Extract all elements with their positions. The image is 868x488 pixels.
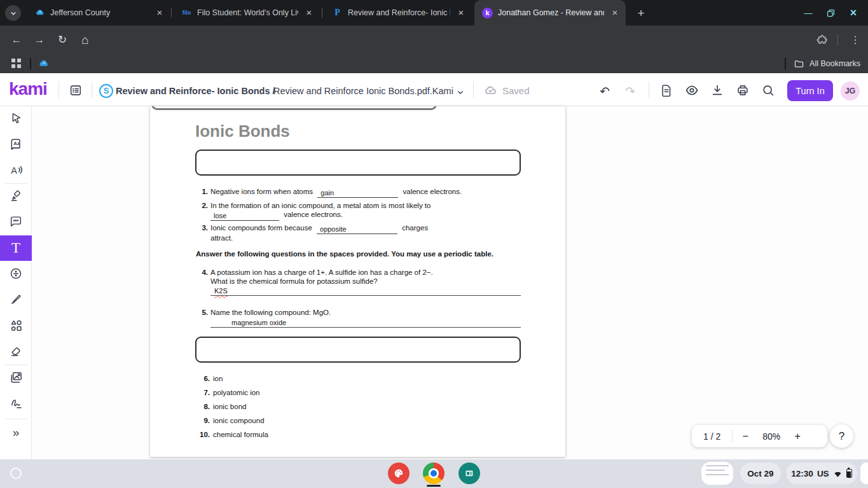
tab-filo-student[interactable]: filo Filo Student: World's Only Live I × — [174, 0, 320, 25]
toolbar-separator — [59, 81, 59, 98]
toolbar-separator — [649, 81, 649, 98]
launcher-button[interactable] — [10, 468, 22, 479]
tab-search-button[interactable] — [5, 5, 21, 21]
close-tab-icon[interactable]: × — [455, 7, 467, 18]
shapes-tool-icon[interactable] — [8, 317, 24, 333]
tab-separator — [171, 8, 172, 18]
question-4: 4. A potassium ion has a charge of 1+. A… — [210, 268, 541, 296]
tab-separator — [322, 8, 322, 18]
read-aloud-icon[interactable]: A — [8, 162, 24, 178]
question-number: 2. — [196, 202, 208, 211]
tab-review-reinforce[interactable]: P Review and Reinforce- Ionic Bo × — [324, 0, 472, 25]
undo-icon[interactable]: ↶ — [596, 83, 613, 99]
extensions-puzzle-icon[interactable] — [814, 32, 830, 48]
term-row: 8.ionic bond — [192, 403, 246, 410]
chrome-app-icon[interactable] — [423, 463, 444, 484]
holding-space-thumbnail[interactable] — [701, 462, 733, 485]
shelf: Oct 29 12:30 US — [0, 459, 868, 488]
class-breadcrumb[interactable]: Review and Reinforce- Ionic Bonds / — [116, 86, 275, 96]
eraser-icon[interactable] — [8, 343, 24, 358]
news-app-icon[interactable] — [458, 463, 480, 484]
canvas-app-icon[interactable] — [388, 463, 410, 484]
redo-icon[interactable]: ↷ — [622, 83, 638, 99]
all-bookmarks-button[interactable]: All Bookmarks — [794, 54, 860, 73]
close-tab-icon[interactable]: × — [154, 7, 165, 18]
forward-icon[interactable]: → — [31, 31, 48, 49]
tab-active-kami[interactable]: k Jonathan Gomez - Review and × — [474, 0, 626, 25]
back-icon[interactable]: ← — [8, 31, 25, 49]
insert-image-icon[interactable] — [8, 370, 24, 385]
term-number: 7. — [192, 389, 210, 396]
file-chevron-down-icon[interactable] — [455, 87, 467, 99]
corner-widget[interactable] — [860, 463, 868, 484]
select-cursor-icon[interactable] — [8, 111, 24, 126]
question-number: 4. — [196, 268, 208, 277]
kami-logo[interactable]: kami — [9, 79, 47, 99]
toolbar-separator — [92, 81, 92, 98]
typed-answer[interactable]: opposite — [317, 225, 397, 234]
fill-in-blank[interactable]: opposite — [317, 226, 397, 234]
expand-sidebar-icon[interactable]: » — [8, 425, 24, 440]
zoom-out-button[interactable]: − — [733, 431, 758, 442]
all-bookmarks-label: All Bookmarks — [809, 59, 860, 68]
drawing-brush-icon[interactable] — [8, 291, 24, 307]
tab-jefferson-county[interactable]: Jefferson County × — [27, 0, 170, 25]
document-file-name[interactable]: Review and Reinforce Ionic Bonds.pdf.Kam… — [273, 86, 453, 96]
date-pill[interactable]: Oct 29 — [740, 463, 781, 484]
tool-divider — [5, 419, 27, 419]
answer-line[interactable]: magnesium oxide — [210, 319, 521, 328]
reload-icon[interactable]: ↻ — [53, 31, 71, 49]
restore-window-icon[interactable] — [823, 6, 837, 20]
view-eye-icon[interactable] — [684, 83, 699, 98]
fill-in-blank[interactable]: gain — [317, 190, 398, 198]
home-icon[interactable]: ⌂ — [76, 31, 94, 49]
bookmarks-separator — [785, 58, 786, 69]
answer-line[interactable]: K2S — [210, 287, 521, 296]
outline-menu-icon[interactable] — [68, 83, 83, 98]
minimize-window-icon[interactable]: — — [801, 6, 815, 20]
avatar[interactable]: JG — [841, 81, 860, 101]
status-tray[interactable]: 12:30 US — [786, 463, 857, 484]
close-tab-icon[interactable]: × — [609, 7, 621, 18]
question-text: In the formation of an ionic compound, a… — [210, 202, 541, 211]
cloud-check-icon — [483, 83, 497, 97]
turn-in-button[interactable]: Turn In — [787, 80, 833, 101]
kami-favicon-icon: k — [482, 8, 493, 18]
question-text: Name the following compound: MgO. — [210, 309, 541, 317]
download-icon[interactable] — [710, 83, 725, 98]
question-text: What is the chemical formula for potassi… — [210, 277, 541, 286]
text-tool-selected[interactable]: T — [0, 235, 32, 261]
battery-icon — [846, 469, 852, 478]
page-controls: 1 / 2 − 80% + — [692, 425, 827, 447]
answer-box-1[interactable] — [195, 150, 521, 176]
typed-answer[interactable]: K2S — [210, 287, 228, 295]
typed-answer[interactable]: magnesium oxide — [210, 319, 286, 326]
powerschool-favicon-icon: P — [332, 8, 343, 18]
equation-tool-icon[interactable] — [8, 266, 24, 281]
apps-grid-icon[interactable] — [11, 59, 22, 69]
active-app-indicator — [427, 485, 441, 487]
typed-answer[interactable]: gain — [317, 189, 398, 198]
print-icon[interactable] — [735, 83, 750, 98]
toolbar-separator — [837, 34, 838, 46]
answer-box-2[interactable] — [195, 337, 521, 363]
close-tab-icon[interactable]: × — [303, 7, 315, 18]
pages-panel-icon[interactable] — [659, 83, 674, 98]
highlighter-icon[interactable] — [8, 188, 24, 204]
question-text: A potassium ion has a charge of 1+. A su… — [210, 268, 541, 277]
fill-in-blank[interactable]: lose — [210, 213, 279, 221]
search-icon[interactable] — [761, 83, 776, 98]
zoom-in-button[interactable]: + — [785, 431, 810, 442]
help-button[interactable]: ? — [830, 424, 853, 448]
question-3: 3. Ionic compounds form because opposite… — [210, 224, 541, 243]
signature-icon[interactable] — [8, 395, 24, 410]
window-controls: — × — [801, 0, 864, 25]
typed-answer[interactable]: lose — [210, 212, 279, 221]
saved-label: Saved — [502, 85, 530, 96]
browser-menu-icon[interactable]: ⋮ — [847, 32, 864, 48]
bookmark-cloud-icon[interactable] — [38, 58, 50, 69]
new-tab-button[interactable]: + — [633, 5, 649, 22]
comment-icon[interactable] — [8, 214, 24, 229]
dictionary-icon[interactable]: Az — [8, 137, 24, 152]
close-window-icon[interactable]: × — [846, 6, 860, 20]
